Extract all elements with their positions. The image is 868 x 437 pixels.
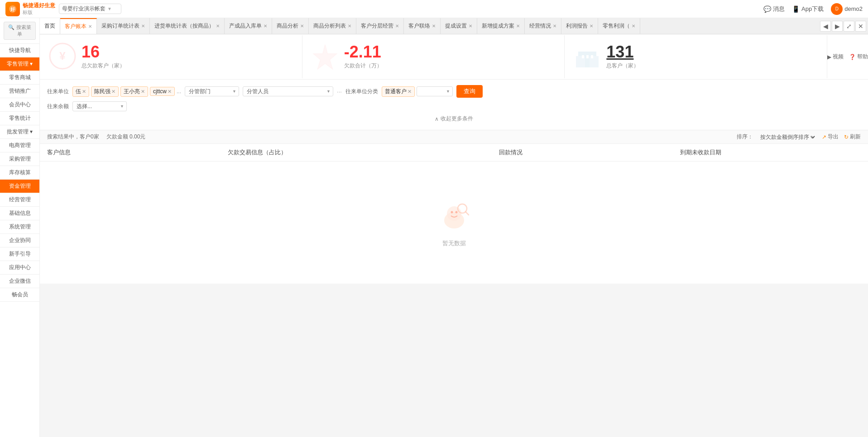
tab-customer-ledger[interactable]: 客户账本 ✕ <box>60 18 97 34</box>
stat-total-debt-amount: -2.11 欠款合计（万） <box>302 35 565 78</box>
tab-close-all[interactable]: ✕ <box>855 21 866 32</box>
filter-row-1: 往来单位 伍 ✕ 陈民强 ✕ 王小亮 ✕ cjttcw ✕ ... <box>47 85 861 98</box>
svg-line-16 <box>465 212 469 215</box>
filter-tag-wu[interactable]: 伍 ✕ <box>72 86 89 97</box>
person-select-more[interactable]: ··· <box>337 88 342 95</box>
person-select[interactable]: 分管人员 <box>243 86 333 96</box>
collapse-button[interactable]: ∧ 收起更多条件 <box>435 115 473 123</box>
tab-scroll-left[interactable]: ◀ <box>820 21 831 32</box>
tab-customer-tier[interactable]: 客户分层经营 ✕ <box>356 18 404 34</box>
industry-select[interactable]: 母婴行业演示帐套 ▼ <box>59 4 121 14</box>
app-download-button[interactable]: 📱 App下载 <box>792 5 824 13</box>
sidebar-item-chang-member[interactable]: 畅会员 <box>0 288 39 302</box>
balance-select[interactable]: 选择... <box>72 101 127 111</box>
tab-home[interactable]: 首页 <box>40 18 60 34</box>
filter-more-tags[interactable]: ... <box>177 88 181 95</box>
stat-total-customers: 131 总客户（家） <box>565 35 827 78</box>
user-menu[interactable]: D demo2 <box>831 3 863 15</box>
top-bar-right: 💬 消息 📱 App下载 D demo2 <box>763 3 863 15</box>
tab-close-icon[interactable]: ✕ <box>432 24 436 28</box>
sidebar-item-marketing[interactable]: 营销推广 <box>0 85 39 98</box>
remove-tag-normal-customer[interactable]: ✕ <box>408 89 412 95</box>
tab-add-commission[interactable]: 新增提成方案 ✕ <box>477 18 525 34</box>
sidebar-quick-nav[interactable]: 快捷导航 <box>0 44 39 57</box>
dept-select[interactable]: 分管部门 <box>185 86 239 96</box>
tab-product-analysis[interactable]: 商品分析 ✕ <box>272 18 309 34</box>
tab-customer-contact[interactable]: 客户联络 ✕ <box>404 18 441 34</box>
sidebar-item-inventory[interactable]: 库存核算 <box>0 166 39 180</box>
filter-tag-wangxiaoliang[interactable]: 王小亮 ✕ <box>120 86 148 97</box>
tab-operations[interactable]: 经营情况 ✕ <box>525 18 561 34</box>
sidebar-item-finance[interactable]: 资金管理 <box>0 180 39 193</box>
tab-close-icon[interactable]: ✕ <box>469 24 472 28</box>
sort-select[interactable]: 按欠款金额倒序排序 <box>758 133 816 141</box>
tab-profit-report[interactable]: 利润报告 ✕ <box>561 18 598 34</box>
tab-product-analysis-list[interactable]: 商品分析列表 ✕ <box>309 18 356 34</box>
sidebar-item-ecommerce[interactable]: 电商管理 <box>0 139 39 152</box>
query-button[interactable]: 查询 <box>456 85 483 98</box>
help-button[interactable]: ❓ 帮助 <box>849 53 868 61</box>
unit-class-select[interactable] <box>417 86 453 96</box>
tab-close-icon[interactable]: ✕ <box>590 24 593 28</box>
empty-illustration <box>436 198 472 234</box>
balance-select-wrapper: 选择... <box>72 101 127 111</box>
sidebar-item-retail-mall[interactable]: 零售商城 <box>0 71 39 85</box>
sidebar-item-retail-management[interactable]: 零售管理 ▾ <box>0 57 39 71</box>
filter-tag-normal-customer[interactable]: 普通客户 ✕ <box>382 86 415 97</box>
message-button[interactable]: 💬 消息 <box>763 5 785 13</box>
tab-close-icon[interactable]: ✕ <box>264 24 267 28</box>
tab-inventory-stats[interactable]: 进货单统计表（按商品） ✕ <box>150 18 225 34</box>
sidebar-item-retail-stats[interactable]: 零售统计 <box>0 112 39 125</box>
sidebar-item-enterprise-wechat[interactable]: 企业微信 <box>0 275 39 288</box>
sidebar-item-wholesale[interactable]: 批发管理 ▾ <box>0 125 39 139</box>
video-button[interactable]: ▶ 视频 <box>827 53 844 61</box>
nav-tabs-actions: ◀ ▶ ⤢ ✕ <box>820 21 868 32</box>
tab-close-icon[interactable]: ✕ <box>348 24 351 28</box>
tab-close-icon[interactable]: ✕ <box>141 24 145 28</box>
tab-purchase-order[interactable]: 采购订单统计表 ✕ <box>97 18 150 34</box>
sidebar-item-system[interactable]: 系统管理 <box>0 220 39 234</box>
results-summary: 搜索结果中，客户0家 欠款金额 0.00元 <box>47 133 145 141</box>
logo-text: 畅捷通好生意 标版 <box>23 2 55 16</box>
dept-select-wrapper: 分管部门 <box>185 86 239 96</box>
sidebar-item-newbie-guide[interactable]: 新手引导 <box>0 247 39 261</box>
tab-close-icon[interactable]: ✕ <box>516 24 520 28</box>
filter-tag-chenminqiang[interactable]: 陈民强 ✕ <box>91 86 119 97</box>
search-menu-button[interactable]: 🔍 搜索菜单 <box>4 22 36 40</box>
sidebar-item-basic-info[interactable]: 基础信息 <box>0 207 39 220</box>
tab-close-icon[interactable]: ✕ <box>300 24 304 28</box>
remove-tag-wu[interactable]: ✕ <box>82 89 86 95</box>
sidebar-item-member-center[interactable]: 会员中心 <box>0 98 39 112</box>
sidebar-item-purchase[interactable]: 采购管理 <box>0 152 39 166</box>
col-overdue-date: 到期未收款日期 <box>680 148 861 157</box>
results-bar: 搜索结果中，客户0家 欠款金额 0.00元 排序： 按欠款金额倒序排序 ↗ 导出… <box>40 130 868 144</box>
tab-close-icon[interactable]: ✕ <box>395 24 399 28</box>
tab-close-icon[interactable]: ✕ <box>216 24 220 28</box>
sidebar-item-app-center[interactable]: 应用中心 <box>0 261 39 275</box>
remove-tag-wangxiaoliang[interactable]: ✕ <box>141 89 145 95</box>
stat-actions: ▶ 视频 ❓ 帮助 <box>827 53 868 61</box>
svg-point-12 <box>447 206 461 221</box>
tab-commission-settings[interactable]: 提成设置 ✕ <box>441 18 477 34</box>
sidebar-item-operations-mgmt[interactable]: 经营管理 <box>0 193 39 207</box>
refresh-button[interactable]: ↻ 刷新 <box>844 133 861 141</box>
tab-retail-profit[interactable]: 零售利润（ ✕ <box>598 18 640 34</box>
person-select-wrapper: 分管人员 <box>243 86 333 96</box>
search-icon: 🔍 <box>8 24 16 30</box>
sidebar-item-enterprise-collab[interactable]: 企业协同 <box>0 234 39 247</box>
filter-tag-cjttcw[interactable]: cjttcw ✕ <box>150 87 175 96</box>
remove-tag-chenminqiang[interactable]: ✕ <box>111 89 115 95</box>
tab-production-receipt[interactable]: 产成品入库单 ✕ <box>225 18 272 34</box>
tab-maximize[interactable]: ⤢ <box>844 21 854 32</box>
export-button[interactable]: ↗ 导出 <box>822 133 839 141</box>
tab-close-icon[interactable]: ✕ <box>553 24 556 28</box>
top-bar: 好 畅捷通好生意 标版 母婴行业演示帐套 ▼ 💬 消息 📱 App下载 D de… <box>0 0 868 18</box>
svg-rect-8 <box>582 55 584 58</box>
tab-close-icon[interactable]: ✕ <box>632 24 635 28</box>
tab-close-icon[interactable]: ✕ <box>88 24 92 29</box>
unit-class-select-wrapper <box>417 86 453 96</box>
remove-tag-cjttcw[interactable]: ✕ <box>168 89 172 95</box>
stat-total-debt-customers: ¥ 16 总欠款客户（家） <box>40 35 302 78</box>
col-repayment: 回款情况 <box>499 148 680 157</box>
tab-scroll-right[interactable]: ▶ <box>832 21 843 32</box>
